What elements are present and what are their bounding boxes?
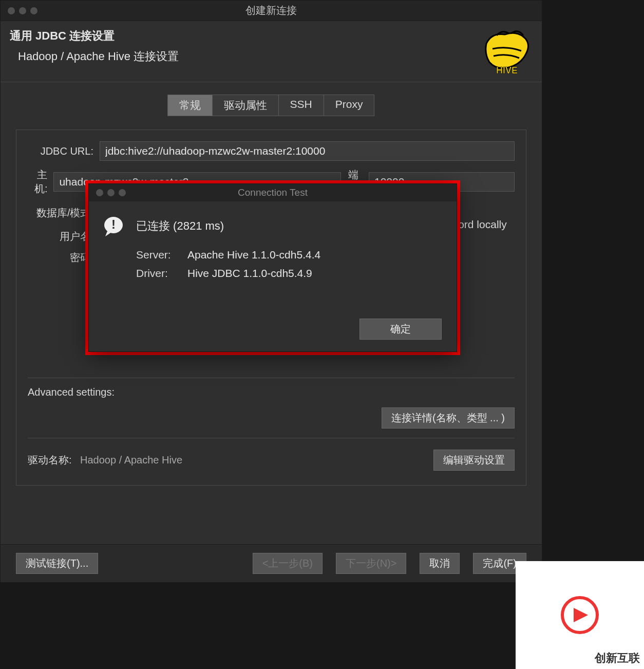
tab-general[interactable]: 常规 [167,95,213,116]
minimize-window-button[interactable] [19,7,26,14]
jdbc-url-input[interactable] [100,141,515,161]
dialog-message: 已连接 (2821 ms) [136,218,224,234]
test-connection-button[interactable]: 测试链接(T)... [16,553,98,574]
dialog-body: ! 已连接 (2821 ms) Server: Apache Hive 1.1.… [89,201,457,280]
window-controls [1,7,37,14]
dialog-window-controls [89,189,126,196]
main-window: 创建新连接 通用 JDBC 连接设置 Hadoop / Apache Hive … [0,0,542,583]
dialog-server-label: Server: [136,249,187,261]
tab-bar: 常规 驱动属性 SSH Proxy [16,95,526,116]
dialog-title: Connection Test [89,187,457,198]
dialog-minimize-button[interactable] [107,189,115,196]
cancel-button[interactable]: 取消 [420,553,460,574]
watermark-text: 创新互联 [595,651,640,666]
dialog-driver-value: Hive JDBC 1.1.0-cdh5.4.9 [187,267,312,280]
divider [28,378,515,378]
watermark-logo-icon [559,594,600,636]
jdbc-url-label: JDBC URL: [28,145,100,157]
connection-details-button[interactable]: 连接详情(名称、类型 ... ) [382,407,515,429]
hive-logo-icon: HIVE [481,28,533,75]
dialog-server-value: Apache Hive 1.1.0-cdh5.4.4 [187,249,320,261]
zoom-window-button[interactable] [30,7,37,14]
svg-text:!: ! [111,217,116,231]
header: 通用 JDBC 连接设置 Hadoop / Apache Hive 连接设置 H… [1,21,542,82]
host-label: 主机: [28,168,53,196]
close-window-button[interactable] [8,7,15,14]
connection-test-dialog: Connection Test ! 已连接 (2821 ms) Server: … [88,183,457,352]
dialog-close-button[interactable] [96,189,103,196]
dialog-titlebar: Connection Test [89,184,457,201]
info-icon: ! [102,215,125,237]
driver-name-value: Hadoop / Apache Hive [80,454,182,466]
advanced-settings-label: Advanced settings: [28,386,515,398]
page-subtitle: Hadoop / Apache Hive 连接设置 [18,49,179,64]
dialog-driver-label: Driver: [136,267,187,280]
titlebar: 创建新连接 [1,1,542,21]
ok-button[interactable]: 确定 [359,319,442,340]
edit-driver-button[interactable]: 编辑驱动设置 [433,450,515,471]
page-title: 通用 JDBC 连接设置 [10,28,179,44]
dialog-zoom-button[interactable] [119,189,126,196]
highlight-frame: Connection Test ! 已连接 (2821 ms) Server: … [85,180,460,355]
tab-proxy[interactable]: Proxy [324,95,375,116]
tab-driver-properties[interactable]: 驱动属性 [212,95,279,116]
watermark: 创新互联 [516,561,644,669]
back-button[interactable]: <上一步(B) [253,553,323,574]
driver-name-label: 驱动名称: [28,454,72,466]
tab-ssh[interactable]: SSH [278,95,324,116]
window-title: 创建新连接 [1,4,542,17]
next-button[interactable]: 下一步(N)> [336,553,406,574]
footer: 测试链接(T)... <上一步(B) 下一步(N)> 取消 完成(F) [1,544,542,582]
svg-text:HIVE: HIVE [496,65,518,75]
